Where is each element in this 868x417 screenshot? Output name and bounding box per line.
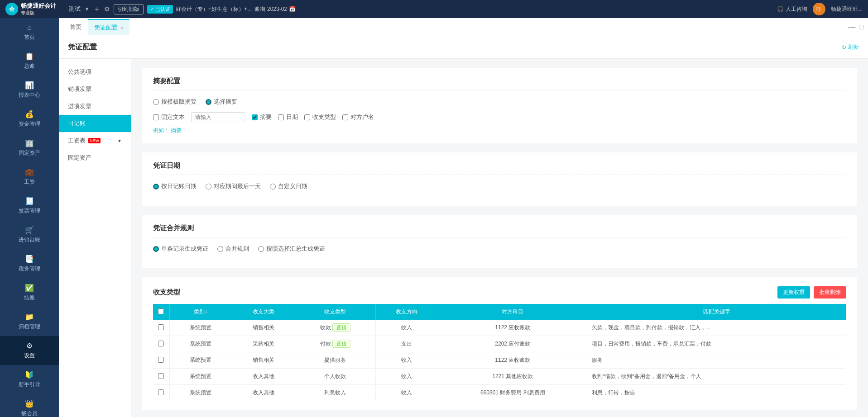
config-item-purchase-invoice[interactable]: 进项发票	[59, 98, 131, 115]
table-row: 系统预置 收入其他 个人收款 收入 1221 其他应收款 收到*借款，收到*备用…	[153, 369, 846, 385]
row-account: 660301 财务费用 利息费用	[438, 385, 587, 401]
top-badge[interactable]: 置顶	[332, 340, 350, 348]
sidebar-item-settle[interactable]: ✅ 结账	[0, 278, 59, 307]
guide-icon: 🔰	[25, 370, 34, 379]
checkbox-counterparty[interactable]: 对方户名	[342, 113, 374, 121]
select-all-checkbox[interactable]	[158, 308, 164, 314]
income-type-title: 收支类型	[153, 288, 180, 297]
period-badge: 账期 2023-02 📅	[254, 5, 296, 13]
sidebar-item-invoice[interactable]: 🧾 发票管理	[0, 191, 59, 220]
row-category: 系统预置	[169, 336, 232, 352]
row-category: 系统预置	[169, 369, 232, 385]
sidebar-item-guide[interactable]: 🔰 新手引导	[0, 365, 59, 394]
config-item-sales-invoice[interactable]: 销项发票	[59, 81, 131, 98]
new-badge: NEW	[88, 138, 101, 143]
sidebar-item-ledger[interactable]: 📋 总账	[0, 47, 59, 76]
calendar-icon[interactable]: 📅	[289, 6, 296, 12]
settings-icon[interactable]: ⚙	[104, 5, 110, 13]
test-label: 测试	[69, 5, 81, 13]
sidebar-label-settle: 结账	[24, 294, 35, 302]
config-sidebar: 公共选项 销项发票 进项发票 日记账 工资表 NEW ▼ 固定资产	[59, 59, 131, 417]
sidebar-item-archive[interactable]: 📁 归档管理	[0, 307, 59, 336]
th-main-type: 收支大类	[232, 304, 295, 320]
sidebar-label-guide: 新手引导	[19, 381, 40, 389]
sidebar-item-assets[interactable]: 🏢 固定资产	[0, 133, 59, 162]
sidebar-item-report[interactable]: 📊 报表中心	[0, 76, 59, 104]
sidebar-label-purchase: 进销台账	[19, 236, 40, 244]
top-badge[interactable]: 置顶	[332, 323, 350, 332]
table-buttons: 更新权重 批量删除	[777, 286, 846, 299]
switch-version-button[interactable]: 切到旧版	[114, 4, 144, 14]
row-category: 系统预置	[169, 385, 232, 401]
radio-template[interactable]: 按模板版摘要	[153, 98, 197, 106]
sidebar-label-tax: 税务管理	[19, 265, 40, 273]
sidebar-item-salary[interactable]: 💼 工资	[0, 162, 59, 191]
radio-single[interactable]: 单条记录生成凭证	[153, 245, 208, 253]
service-button[interactable]: 🎧 人工咨询	[777, 5, 807, 13]
sidebar-item-settings[interactable]: ⚙ 设置	[0, 336, 59, 365]
row-direction: 收入	[375, 320, 438, 336]
radio-select-summary[interactable]: 选择摘要	[206, 98, 237, 106]
radio-custom-date[interactable]: 自定义日期	[270, 182, 307, 190]
sidebar-label-report: 报表中心	[19, 91, 40, 99]
checkbox-type[interactable]: 收支类型	[304, 113, 336, 121]
sidebar-label-assets: 固定资产	[19, 149, 40, 157]
top-bar-center: 测试 ▼ ＋ ⚙ 切到旧版 ✓ 已认证 好会计（专）+好生意（标）+... 账期…	[69, 4, 772, 14]
refresh-button[interactable]: ↻ 刷新	[842, 43, 859, 51]
row-sub-type: 收款 置顶	[295, 320, 375, 336]
tax-icon: 📑	[25, 255, 34, 263]
assets-icon: 🏢	[25, 139, 34, 147]
config-main: 摘要配置 按模板版摘要 选择摘要	[131, 59, 868, 417]
radio-select-total[interactable]: 按照选择汇总生成凭证	[258, 245, 325, 253]
minimize-button[interactable]: —	[848, 23, 855, 31]
page-header: 凭证配置 ↻ 刷新	[59, 36, 868, 59]
tab-home[interactable]: 首页	[63, 19, 88, 35]
certified-badge: ✓ 已认证	[147, 5, 173, 14]
batch-delete-button[interactable]: 批量删除	[814, 286, 846, 299]
row-keywords: 欠款，现金，项目款，到付款，报销款，汇入，...	[587, 320, 846, 336]
checkbox-date[interactable]: 日期	[278, 113, 298, 121]
top-bar: 会 畅捷通好会计 专业版 测试 ▼ ＋ ⚙ 切到旧版 ✓ 已认证 好会计（专）+…	[0, 0, 868, 18]
tab-bar-controls: — □	[848, 23, 863, 31]
config-item-fixed-assets[interactable]: 固定资产	[59, 149, 131, 166]
tab-close-icon[interactable]: ×	[120, 25, 123, 30]
row-checkbox-cell	[153, 336, 169, 352]
config-item-journal[interactable]: 日记账	[59, 115, 131, 132]
merge-rule-section: 凭证合并规则 单条记录生成凭证 合并规则 按照选择汇总生成凭证	[142, 215, 857, 268]
summary-checkbox-row: 固定文本 摘要 日期 收支类型	[153, 112, 846, 122]
table-row: 系统预置 采购相关 付款 置顶 支出 2202 应付账款 项目，日常费用，报销款…	[153, 336, 846, 352]
table-header-row: 类别↓ 收支大类 收支类型 收支方向 对方科目 匹配关键字	[153, 304, 846, 320]
config-item-salary-table[interactable]: 工资表 NEW ▼	[59, 132, 131, 149]
config-item-public[interactable]: 公共选项	[59, 63, 131, 81]
table-row: 系统预置 销售相关 提供服务 收入 1122 应收账款 服务	[153, 352, 846, 369]
ledger-icon: 📋	[25, 52, 34, 61]
sidebar-label-invoice: 发票管理	[19, 207, 40, 215]
member-icon: 👑	[25, 399, 34, 408]
dropdown-arrow-icon[interactable]: ▼	[84, 6, 90, 12]
radio-journal-date[interactable]: 按日记账日期	[153, 182, 197, 190]
sidebar-item-purchase[interactable]: 🛒 进销台账	[0, 220, 59, 249]
radio-period-last[interactable]: 对应期间最后一天	[206, 182, 261, 190]
sidebar-item-tax[interactable]: 📑 税务管理	[0, 249, 59, 278]
user-avatar[interactable]: 旺	[813, 3, 825, 15]
sidebar-item-home[interactable]: ⌂ 首页	[0, 18, 59, 47]
sidebar-label-salary: 工资	[24, 178, 35, 186]
row-checkbox-cell	[153, 320, 169, 336]
sidebar-item-member[interactable]: 👑 畅会员	[0, 394, 59, 417]
sidebar-label-home: 首页	[24, 33, 35, 41]
radio-merge-rule[interactable]: 合并规则	[217, 245, 249, 253]
add-icon[interactable]: ＋	[93, 5, 101, 14]
row-main-type: 收入其他	[232, 369, 295, 385]
archive-icon: 📁	[25, 313, 34, 321]
maximize-button[interactable]: □	[859, 23, 863, 31]
checkbox-fixed-text[interactable]: 固定文本	[153, 113, 185, 121]
sidebar-item-fund[interactable]: 💰 资金管理	[0, 104, 59, 133]
th-account: 对方科目	[438, 304, 587, 320]
tab-voucher-config[interactable]: 凭证配置 ×	[88, 19, 129, 35]
row-account: 2202 应付账款	[438, 336, 587, 352]
main-layout: ⌂ 首页 📋 总账 📊 报表中心 💰 资金管理 🏢 固定资产 💼 工资 🧾 发票…	[0, 18, 868, 417]
update-weight-button[interactable]: 更新权重	[777, 286, 810, 299]
merge-radio-group: 单条记录生成凭证 合并规则 按照选择汇总生成凭证	[153, 245, 846, 253]
fixed-text-input[interactable]	[191, 112, 245, 122]
checkbox-summary[interactable]: 摘要	[252, 113, 272, 121]
